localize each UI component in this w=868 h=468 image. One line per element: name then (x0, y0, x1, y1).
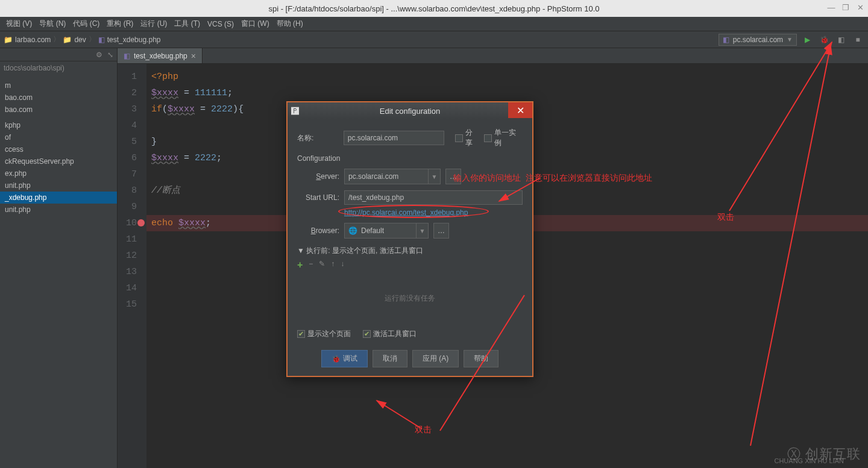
menu-tools[interactable]: 工具 (T) (171, 19, 204, 29)
menu-window[interactable]: 窗口 (W) (237, 19, 273, 29)
annotation-doubleclick-1: 双击 (415, 425, 432, 435)
code-line[interactable]: $xxxx = 111111; (151, 85, 868, 101)
line-number[interactable]: 15 (118, 296, 137, 313)
minimize-icon[interactable]: — (826, 2, 837, 12)
sidebar-item[interactable]: ccess (0, 143, 117, 155)
chevron-down-icon: ▼ (416, 223, 428, 238)
activate-tool-label: 激活工具窗口 (373, 329, 417, 339)
single-instance-checkbox[interactable] (484, 134, 492, 142)
line-number[interactable]: 1 (118, 69, 137, 85)
line-number[interactable]: 4 (118, 117, 137, 134)
tab-test-xdebug[interactable]: ◧ test_xdebug.php × (118, 48, 203, 63)
sidebar-item[interactable]: bao.com (0, 92, 117, 104)
line-number[interactable]: 3 (118, 101, 137, 117)
sidebar-item[interactable]: ex.php (0, 167, 117, 179)
url-preview-link[interactable]: http://pc.solarcai.com/test_xdebug.php (344, 208, 523, 217)
name-input[interactable] (344, 131, 444, 145)
server-value: pc.solarcai.com (348, 172, 398, 181)
menu-run[interactable]: 运行 (U) (137, 19, 171, 29)
menubar: 视图 (V) 导航 (N) 代码 (C) 重构 (R) 运行 (U) 工具 (T… (0, 17, 868, 31)
apply-button[interactable]: 应用 (A) (412, 350, 459, 367)
debug-button[interactable]: 🐞 (817, 33, 831, 46)
php-file-icon: ◧ (124, 52, 130, 60)
server-label: Server: (297, 172, 339, 181)
move-up-button[interactable]: ↑ (331, 260, 335, 270)
menu-vcs[interactable]: VCS (S) (204, 20, 237, 28)
annotation-doubleclick-2: 双击 (717, 212, 734, 223)
crumb-1[interactable]: larbao.com (15, 36, 51, 44)
help-button[interactable]: 帮助 (464, 350, 498, 367)
project-sidebar: ⚙ ⤡ tdocs\solarbao\spi) mbao.combao.comk… (0, 48, 118, 468)
sidebar-item[interactable]: of (0, 131, 117, 143)
show-page-checkbox[interactable]: ✔ (297, 330, 305, 338)
sidebar-item[interactable]: kphp (0, 119, 117, 131)
browser-select[interactable]: 🌐 Default ▼ (344, 223, 429, 239)
empty-tasks-label: 运行前没有任务 (297, 275, 523, 322)
annotation-input-url: 输入你的访问地址 注意可以在浏览器直接访问此地址 (453, 173, 652, 184)
chevron-down-icon: ▼ (428, 169, 440, 184)
line-number[interactable]: 11 (118, 231, 137, 248)
code-line[interactable]: <?php (151, 69, 868, 85)
dialog-title: Edit configuration (380, 107, 440, 116)
edit-task-button[interactable]: ✎ (319, 260, 325, 270)
edit-configuration-dialog: 🅿 Edit configuration ✕ 名称: 分享 单一实例 Confi… (286, 101, 533, 377)
configuration-section-label: Configuration (297, 154, 523, 163)
close-icon[interactable]: ✕ (855, 2, 866, 12)
stop-button[interactable]: ■ (851, 33, 864, 46)
browser-value: Default (361, 226, 384, 235)
sidebar-item[interactable]: ckRequestServer.php (0, 155, 117, 167)
show-page-label: 显示这个页面 (307, 329, 351, 339)
share-checkbox[interactable] (455, 134, 463, 142)
menu-navigate[interactable]: 导航 (N) (36, 19, 69, 29)
line-number[interactable]: 10 (118, 215, 137, 231)
crumb-2[interactable]: dev (74, 36, 86, 44)
maximize-icon[interactable]: ❐ (840, 2, 851, 12)
start-url-input[interactable] (344, 190, 523, 205)
server-select[interactable]: pc.solarcai.com ▼ (344, 169, 441, 184)
remove-task-button[interactable]: − (309, 260, 313, 270)
single-instance-label: 单一实例 (494, 128, 523, 148)
phpstorm-icon: 🅿 (291, 107, 299, 116)
gear-icon[interactable]: ⚙ (96, 51, 102, 59)
line-number[interactable]: 7 (118, 166, 137, 183)
activate-tool-checkbox[interactable]: ✔ (363, 330, 371, 338)
crumb-3[interactable]: test_xdebug.php (107, 36, 161, 44)
line-number[interactable]: 13 (118, 264, 137, 280)
line-number[interactable]: 12 (118, 248, 137, 264)
browser-browse-button[interactable]: … (433, 223, 449, 239)
add-task-button[interactable]: + (297, 260, 303, 270)
line-number[interactable]: 2 (118, 85, 137, 101)
editor-tabs: ◧ test_xdebug.php × (118, 48, 868, 64)
run-config-selector[interactable]: ◧ pc.solarcai.com ▼ (719, 34, 797, 46)
sidebar-item[interactable]: bao.com (0, 104, 117, 116)
collapse-icon[interactable]: ⤡ (107, 51, 113, 59)
menu-help[interactable]: 帮助 (H) (273, 19, 307, 29)
sidebar-item[interactable]: unit.php (0, 204, 117, 216)
bug-icon: 🐞 (332, 355, 341, 363)
chevron-right-icon: 〉 (53, 34, 60, 45)
sidebar-item[interactable]: m (0, 80, 117, 92)
run-button[interactable]: ▶ (800, 33, 814, 46)
navigation-bar: 📁 larbao.com 〉 📁 dev 〉 ◧ test_xdebug.php… (0, 31, 868, 48)
start-url-label: Start URL: (297, 193, 339, 202)
sidebar-item[interactable]: unit.php (0, 179, 117, 192)
breakpoint-icon[interactable] (137, 219, 145, 226)
name-label: 名称: (297, 133, 339, 143)
browser-label: Browser: (297, 226, 339, 235)
sidebar-item[interactable]: _xdebug.php (0, 192, 117, 204)
line-number[interactable]: 14 (118, 280, 137, 296)
debug-button[interactable]: 🐞调试 (321, 350, 368, 367)
menu-view[interactable]: 视图 (V) (2, 19, 36, 29)
watermark-sub: CHUANG XIN HU LIAN (774, 457, 844, 464)
coverage-button[interactable]: ◧ (834, 33, 848, 46)
menu-refactor[interactable]: 重构 (R) (103, 19, 137, 29)
line-number[interactable]: 9 (118, 199, 137, 215)
line-number[interactable]: 8 (118, 183, 137, 199)
close-tab-icon[interactable]: × (191, 51, 196, 61)
menu-code[interactable]: 代码 (C) (69, 19, 103, 29)
cancel-button[interactable]: 取消 (373, 350, 407, 367)
line-number[interactable]: 5 (118, 134, 137, 150)
dialog-close-button[interactable]: ✕ (508, 102, 532, 118)
move-down-button[interactable]: ↓ (341, 260, 344, 270)
line-number[interactable]: 6 (118, 150, 137, 166)
